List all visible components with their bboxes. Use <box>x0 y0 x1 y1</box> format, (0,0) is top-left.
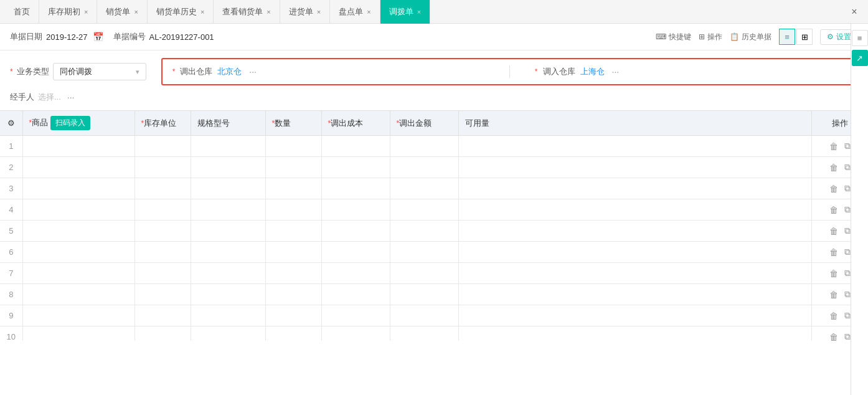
row-spec-4 <box>191 199 265 221</box>
row-spec-2 <box>191 157 265 178</box>
tab-sales-order-close[interactable]: × <box>134 8 138 16</box>
scan-button[interactable]: 扫码录入 <box>50 116 90 130</box>
tab-view-sales[interactable]: 查看销货单 × <box>214 0 280 24</box>
table-row: 10 🗑 ⧉ <box>0 326 868 341</box>
transfer-out-more[interactable]: ··· <box>247 67 259 77</box>
col-product: *商品 扫码录入 <box>22 111 134 136</box>
row-delete-btn-10[interactable]: 🗑 <box>828 331 839 341</box>
tab-sales-order[interactable]: 销货单 × <box>97 0 147 24</box>
row-product-8[interactable] <box>22 284 134 305</box>
row-product-7[interactable] <box>22 263 134 284</box>
view-list-button[interactable]: ≡ <box>779 29 795 45</box>
row-num-9: 9 <box>0 305 22 326</box>
row-cost-6 <box>321 242 390 263</box>
tab-inventory-init-close[interactable]: × <box>84 8 88 16</box>
table-row: 1 🗑 ⧉ <box>0 136 868 157</box>
row-delete-btn-5[interactable]: 🗑 <box>828 225 839 237</box>
row-delete-btn-9[interactable]: 🗑 <box>828 310 839 322</box>
gear-icon[interactable]: ⚙ <box>7 118 15 128</box>
close-all-button[interactable]: × <box>846 3 863 21</box>
settings-icon: ⚙ <box>827 32 834 41</box>
tab-home[interactable]: 首页 <box>5 0 39 24</box>
row-avail-5 <box>458 221 812 242</box>
person-more[interactable]: ··· <box>65 92 77 102</box>
col-amount: *调出金额 <box>390 111 458 136</box>
row-delete-btn-7[interactable]: 🗑 <box>828 267 839 280</box>
main-table: ⚙ *商品 扫码录入 *库存单位 规格型号 *数量 *调出成本 *调出金额 <box>0 111 868 341</box>
shortcut-button[interactable]: ⌨ 快捷键 <box>656 32 691 42</box>
docno-field-group: 单据编号 AL-20191227-001 <box>113 31 214 42</box>
tab-view-sales-close[interactable]: × <box>267 8 270 16</box>
row-avail-1 <box>458 136 812 157</box>
table-row: 5 🗑 ⧉ <box>0 221 868 242</box>
row-product-2[interactable] <box>22 157 134 178</box>
row-delete-btn-1[interactable]: 🗑 <box>828 140 839 153</box>
row-delete-btn-6[interactable]: 🗑 <box>828 246 839 259</box>
view-toggle: ≡ ⊞ <box>779 29 813 45</box>
transfer-in-more[interactable]: ··· <box>610 67 622 77</box>
tab-inventory-check-close[interactable]: × <box>367 8 370 16</box>
calendar-icon[interactable]: 📅 <box>93 32 103 42</box>
row-qty-1 <box>265 136 321 157</box>
row-amount-3 <box>390 178 458 199</box>
business-type-select[interactable]: 同价调拨 ▾ <box>53 63 146 80</box>
row-avail-3 <box>458 178 812 199</box>
row-num-7: 7 <box>0 263 22 284</box>
history-button[interactable]: 📋 历史单据 <box>730 32 771 42</box>
row-unit-6 <box>134 242 191 263</box>
row-cost-8 <box>321 284 390 305</box>
row-spec-10 <box>191 326 265 341</box>
row-spec-6 <box>191 242 265 263</box>
tab-sales-history[interactable]: 销货单历史 × <box>148 0 214 24</box>
row-qty-10 <box>265 326 321 341</box>
table-wrap: ⚙ *商品 扫码录入 *库存单位 规格型号 *数量 *调出成本 *调出金额 <box>0 110 868 341</box>
tab-transfer-close[interactable]: × <box>417 8 421 16</box>
row-product-10[interactable] <box>22 326 134 341</box>
person-select[interactable]: 选择... <box>38 92 61 103</box>
tab-inventory-check[interactable]: 盘点单 × <box>330 0 380 24</box>
tab-sales-order-label: 销货单 <box>106 6 130 17</box>
row-unit-7 <box>134 263 191 284</box>
tab-view-sales-label: 查看销货单 <box>222 6 263 17</box>
right-panel-expand-btn[interactable]: ↗ <box>852 50 868 66</box>
row-amount-4 <box>390 199 458 221</box>
date-label: 单据日期 <box>10 31 42 42</box>
row-cost-9 <box>321 305 390 326</box>
view-grid-button[interactable]: ⊞ <box>796 29 813 45</box>
row-product-9[interactable] <box>22 305 134 326</box>
row-delete-btn-8[interactable]: 🗑 <box>828 288 839 301</box>
toolbar: 单据日期 2019-12-27 📅 单据编号 AL-20191227-001 ⌨… <box>0 24 868 50</box>
row-product-3[interactable] <box>22 178 134 199</box>
tab-purchase[interactable]: 进货单 × <box>280 0 330 24</box>
row-delete-btn-3[interactable]: 🗑 <box>828 183 839 195</box>
row-spec-1 <box>191 136 265 157</box>
table-row: 2 🗑 ⧉ <box>0 157 868 178</box>
row-delete-btn-4[interactable]: 🗑 <box>828 204 839 216</box>
row-unit-5 <box>134 221 191 242</box>
row-num-10: 10 <box>0 326 22 341</box>
row-delete-btn-2[interactable]: 🗑 <box>828 161 839 174</box>
row-product-4[interactable] <box>22 199 134 221</box>
transfer-in-star: * <box>535 67 538 76</box>
business-type-label: 业务类型 <box>17 66 49 77</box>
tab-inventory-init[interactable]: 库存期初 × <box>39 0 97 24</box>
right-panel-list-btn[interactable]: ≡ <box>852 30 868 46</box>
row-unit-8 <box>134 284 191 305</box>
tab-bar-end: × <box>846 3 863 21</box>
col-qty: *数量 <box>265 111 321 136</box>
operation-button[interactable]: ⊞ 操作 <box>699 32 722 42</box>
tab-transfer[interactable]: 调拨单 × <box>380 0 430 24</box>
tab-sales-history-close[interactable]: × <box>200 8 204 16</box>
tab-purchase-close[interactable]: × <box>317 8 321 16</box>
row-avail-2 <box>458 157 812 178</box>
history-label: 历史单据 <box>742 32 771 42</box>
row-spec-3 <box>191 178 265 199</box>
row-cost-2 <box>321 157 390 178</box>
row-qty-5 <box>265 221 321 242</box>
tab-transfer-label: 调拨单 <box>389 6 413 17</box>
row-product-6[interactable] <box>22 242 134 263</box>
row-product-5[interactable] <box>22 221 134 242</box>
operation-label: 操作 <box>707 32 722 42</box>
row-product-1[interactable] <box>22 136 134 157</box>
table-row: 6 🗑 ⧉ <box>0 242 868 263</box>
